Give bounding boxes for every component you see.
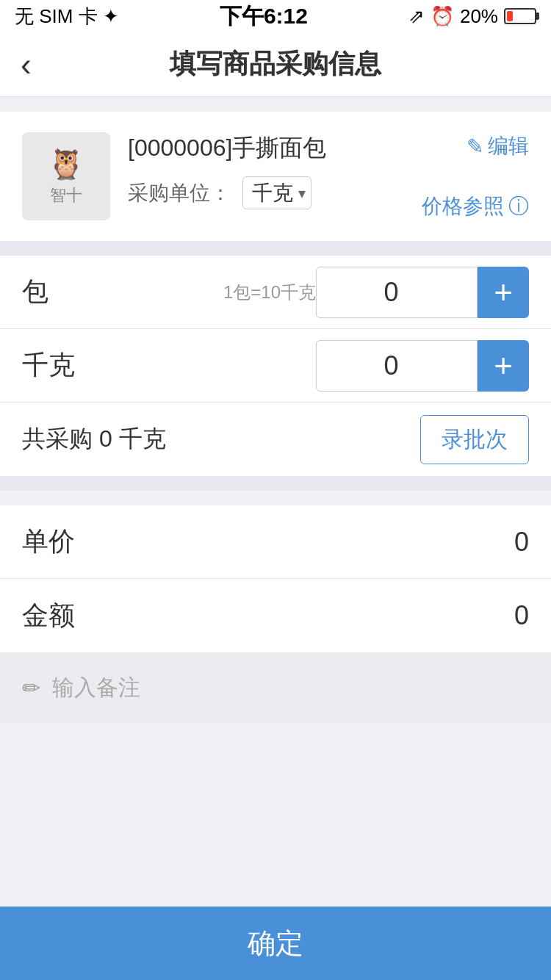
note-placeholder: 输入备注: [52, 673, 140, 703]
amount-value: 0: [514, 600, 529, 631]
kg-plus-button[interactable]: +: [478, 340, 529, 392]
package-input[interactable]: [316, 267, 478, 318]
summary-text: 共采购 0 千克: [22, 423, 166, 455]
help-icon: ⓘ: [508, 192, 529, 220]
price-section: 单价 0 金额 0: [0, 505, 551, 652]
nav-bar: ‹ 填写商品采购信息: [0, 32, 551, 97]
product-card: 🦉 智十 [0000006]手撕面包 采购单位： 千克 ✎ 编辑 价格参照 ⓘ: [0, 112, 551, 241]
package-plus-button[interactable]: +: [478, 267, 529, 318]
product-logo: 🦉 智十: [37, 147, 96, 206]
kg-input-row: 千克 +: [0, 329, 551, 403]
batch-button[interactable]: 录批次: [420, 415, 529, 464]
kg-label: 千克: [22, 347, 316, 383]
battery-icon: [504, 8, 536, 24]
note-section[interactable]: ✏ 输入备注: [0, 652, 551, 724]
sim-status: 无 SIM 卡 ✦: [15, 4, 119, 29]
page-title: 填写商品采购信息: [170, 46, 381, 82]
location-icon: ⇗: [408, 5, 425, 28]
bottom-spacer: [0, 724, 551, 797]
package-label: 包: [22, 274, 215, 310]
kg-input-group: +: [316, 340, 529, 392]
confirm-button[interactable]: 确定: [0, 907, 551, 980]
input-section: 包 1包=10千克 + 千克 + 共采购 0 千克 录批次: [0, 256, 551, 476]
separator-1: [0, 241, 551, 256]
unit-select[interactable]: 千克: [242, 176, 311, 209]
status-time: 下午6:12: [220, 1, 308, 32]
package-input-row: 包 1包=10千克 +: [0, 256, 551, 329]
battery-fill: [507, 11, 513, 21]
status-bar: 无 SIM 卡 ✦ 下午6:12 ⇗ ⏰ 20%: [0, 0, 551, 32]
summary-row: 共采购 0 千克 录批次: [0, 403, 551, 476]
unit-price-label: 单价: [22, 524, 75, 560]
package-sublabel: 1包=10千克: [223, 281, 316, 304]
status-right: ⇗ ⏰ 20%: [408, 5, 536, 28]
owl-icon: 🦉: [48, 147, 84, 181]
product-image: 🦉 智十: [22, 132, 110, 220]
separator-2: [0, 476, 551, 491]
kg-input[interactable]: [316, 340, 478, 392]
price-ref-button[interactable]: 价格参照 ⓘ: [422, 192, 529, 220]
package-input-group: +: [316, 267, 529, 318]
back-button[interactable]: ‹: [21, 48, 32, 81]
alarm-icon: ⏰: [431, 5, 454, 28]
unit-price-row: 单价 0: [0, 505, 551, 579]
edit-button[interactable]: ✎ 编辑: [467, 132, 529, 160]
edit-icon: ✎: [467, 134, 483, 159]
edit-label: 编辑: [488, 132, 529, 160]
brand-text: 智十: [50, 184, 82, 206]
unit-price-value: 0: [514, 527, 529, 558]
unit-select-wrapper[interactable]: 千克: [242, 176, 311, 209]
battery-percent: 20%: [460, 5, 498, 28]
price-ref-label: 价格参照: [422, 192, 504, 220]
status-left: 无 SIM 卡 ✦: [15, 4, 119, 29]
unit-label: 采购单位：: [128, 179, 231, 207]
pencil-icon: ✏: [22, 675, 40, 701]
amount-label: 金额: [22, 598, 75, 634]
amount-row: 金额 0: [0, 579, 551, 652]
